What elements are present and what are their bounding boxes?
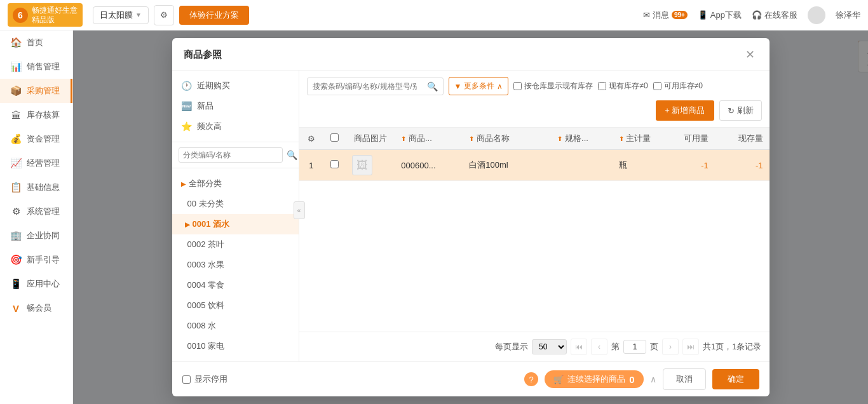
sort-icon: ⬆ — [469, 135, 474, 142]
cat-alcohol[interactable]: ▶ 0001 酒水 — [172, 214, 299, 234]
cat-all[interactable]: ▶ 全部分类 — [172, 173, 299, 194]
nav-selector[interactable]: 日太阳膜 ▼ — [93, 6, 149, 24]
table-row[interactable]: 1 🖼 000600... 白酒100ml — [299, 150, 770, 181]
col-header-unit[interactable]: ⬆ 主计量 — [613, 128, 661, 150]
sidebar-label: 新手引导 — [27, 254, 60, 266]
sidebar-item-collab[interactable]: 🏢 企业协同 — [0, 224, 72, 248]
category-search-icon[interactable]: 🔍 — [287, 150, 297, 160]
page-last-button[interactable]: ⏭ — [682, 339, 699, 355]
add-product-button[interactable]: + 新增商品 — [656, 100, 714, 121]
col-header-available: 可用量 — [660, 128, 715, 150]
cat-tea[interactable]: 0002 茶叶 — [172, 234, 299, 255]
settings-icon[interactable]: ⚙ — [154, 5, 174, 25]
cat-drinks[interactable]: 0005 饮料 — [172, 295, 299, 316]
show-disabled-checkbox[interactable] — [182, 375, 191, 384]
cat-uncategorized[interactable]: 00 未分类 — [172, 194, 299, 214]
existing-stock-checkbox[interactable] — [598, 82, 606, 90]
row-checkbox[interactable] — [323, 150, 346, 181]
sidebar-item-system[interactable]: ⚙ 系统管理 — [0, 199, 72, 224]
sidebar-item-home[interactable]: 🏠 首页 — [0, 30, 72, 55]
sidebar-label: 企业协同 — [27, 230, 60, 241]
col-header-code[interactable]: ⬆ 商品... — [395, 128, 463, 150]
row-select-checkbox[interactable] — [330, 160, 339, 168]
refresh-button[interactable]: ↻ 刷新 — [719, 100, 762, 121]
warehouse-stock-checkbox[interactable] — [513, 82, 522, 90]
cat-fruit[interactable]: 0003 水果 — [172, 255, 299, 275]
left-panel: 🕐 近期购买 🆕 新品 ⭐ 频次高 « — [172, 71, 299, 361]
cta-button[interactable]: 体验行业方案 — [179, 6, 249, 25]
cat-snacks[interactable]: 0004 零食 — [172, 275, 299, 295]
sidebar-item-inventory[interactable]: 🏛 库存核算 — [0, 103, 72, 127]
sidebar-item-base[interactable]: 📋 基础信息 — [0, 175, 72, 199]
logo-area[interactable]: 6 畅捷通好生意 精品版 — [8, 3, 83, 27]
app-download-btn[interactable]: 📱 App下载 — [698, 10, 742, 21]
sidebar-label: 基础信息 — [27, 182, 60, 193]
filter-label: 更多条件 — [464, 81, 494, 91]
modal-header: 商品参照 ✕ — [172, 38, 770, 71]
row-spec — [551, 150, 612, 181]
collab-icon: 🏢 — [10, 230, 22, 241]
confirm-button[interactable]: 确定 — [712, 369, 759, 389]
modal-overlay: 商品参照 ✕ 🕐 近期购买 🆕 新品 — [73, 30, 868, 404]
sidebar-item-sales[interactable]: 📊 销售管理 — [0, 55, 72, 79]
page-first-button[interactable]: ⏮ — [571, 339, 587, 355]
col-label: 商品名称 — [477, 133, 510, 143]
quick-item-frequent[interactable]: ⭐ 频次高 — [172, 116, 299, 137]
col-header-name[interactable]: ⬆ 商品名称 — [463, 128, 551, 150]
appcenter-icon: 📱 — [10, 278, 22, 290]
cat-water[interactable]: 0008 水 — [172, 316, 299, 336]
right-panel: 🔍 ▼ 更多条件 ∧ 按仓库显示现有库存 — [299, 71, 770, 361]
settings-icon[interactable]: ⚙ — [308, 134, 315, 144]
row-stock: -1 — [715, 150, 770, 181]
col-header-image: 商品图片 — [346, 128, 395, 150]
checkbox-available-stock[interactable]: 可用库存≠0 — [653, 81, 703, 91]
sidebar-item-purchase[interactable]: 📦 采购管理 — [0, 79, 72, 103]
online-service-btn[interactable]: 🎧 在线客服 — [752, 10, 797, 21]
col-header-spec[interactable]: ⬆ 规格... — [551, 128, 612, 150]
sidebar-item-finance[interactable]: 💰 资金管理 — [0, 127, 72, 151]
quick-item-recent[interactable]: 🕐 近期购买 — [172, 76, 299, 96]
collapse-panel-button[interactable]: « — [294, 201, 305, 219]
sidebar-label: 系统管理 — [27, 206, 60, 217]
cart-area[interactable]: 🛒 连续选择的商品 0 — [545, 370, 643, 388]
select-all-checkbox[interactable] — [330, 133, 339, 142]
page-number-input[interactable] — [623, 340, 646, 354]
messages-btn[interactable]: ✉ 消息 99+ — [643, 10, 688, 21]
logo-icon: 6 — [13, 8, 28, 23]
page-next-button[interactable]: › — [662, 339, 679, 355]
quick-item-new[interactable]: 🆕 新品 — [172, 96, 299, 116]
row-available: -1 — [660, 150, 715, 181]
col-label: 商品... — [409, 133, 432, 143]
page-size-select[interactable]: 50 20 100 — [532, 339, 567, 354]
username: 徐泽华 — [836, 10, 860, 21]
cat-appliances[interactable]: 0010 家电 — [172, 336, 299, 356]
show-disabled-checkbox-label[interactable]: 显示停用 — [182, 374, 227, 385]
col-label: 可用量 — [684, 133, 709, 143]
inventory-icon: 🏛 — [10, 109, 22, 121]
avatar[interactable] — [808, 6, 825, 24]
sidebar-item-appcenter[interactable]: 📱 应用中心 — [0, 272, 72, 296]
page-prev-button[interactable]: ‹ — [591, 339, 607, 355]
logo-text: 畅捷通好生意 精品版 — [32, 6, 78, 24]
sidebar-label: 畅会员 — [27, 302, 51, 314]
collapse-cart-icon[interactable]: ∧ — [650, 374, 656, 384]
purchase-icon: 📦 — [10, 85, 22, 97]
search-submit-button[interactable]: 🔍 — [422, 78, 443, 95]
modal-close-button[interactable]: ✕ — [743, 47, 758, 62]
checkbox-existing-stock[interactable]: 现有库存≠0 — [598, 81, 648, 91]
available-stock-checkbox[interactable] — [653, 82, 661, 90]
checkbox-warehouse-stock[interactable]: 按仓库显示现有库存 — [513, 81, 593, 91]
sidebar-item-operations[interactable]: 📈 经营管理 — [0, 151, 72, 175]
category-search-input[interactable] — [179, 147, 283, 163]
product-search-input[interactable] — [308, 79, 422, 94]
help-icon[interactable]: ? — [524, 372, 538, 386]
row-name: 白酒100ml — [463, 150, 551, 181]
sidebar-item-member[interactable]: V 畅会员 — [0, 296, 72, 320]
filter-button[interactable]: ▼ 更多条件 ∧ — [449, 77, 509, 95]
checkbox-label: 现有库存≠0 — [609, 81, 648, 91]
pagination: 每页显示 50 20 100 ⏮ ‹ 第 页 › ⏭ 共1页，1条记录 — [299, 332, 770, 361]
cancel-button[interactable]: 取消 — [663, 368, 706, 390]
sidebar-item-guide[interactable]: 🎯 新手引导 — [0, 248, 72, 272]
modal-title: 商品参照 — [184, 49, 222, 61]
sidebar-label: 资金管理 — [27, 133, 60, 145]
